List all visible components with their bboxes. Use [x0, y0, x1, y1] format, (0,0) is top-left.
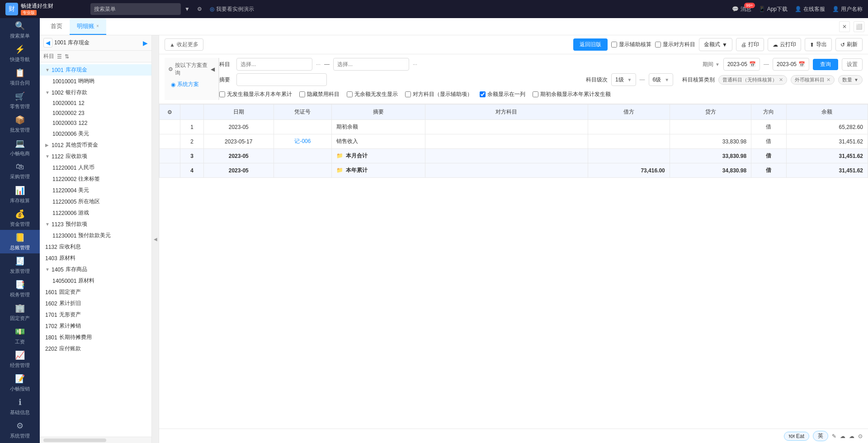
show-opposite-check[interactable]: 显示对方科目: [655, 41, 695, 48]
sidebar-item-quicknav[interactable]: ⚡ 快捷导航: [0, 42, 40, 65]
tree-item-1012[interactable]: ▶ 1012 其他货币资金: [40, 139, 151, 151]
scheme-collapse-icon[interactable]: ◀: [211, 66, 215, 72]
check-opposite[interactable]: 对方科目（显示辅助项）: [405, 91, 472, 98]
tree-item-1702[interactable]: 1702 累计摊销: [40, 320, 151, 332]
tree-item-14050001[interactable]: 14050001 原材料: [40, 275, 151, 286]
tree-scrollbar[interactable]: [43, 438, 106, 442]
notify-btn[interactable]: 💬 消息 99+: [732, 5, 751, 13]
tab-maximize-btn[interactable]: ⬜: [854, 21, 864, 32]
tree-item-1405[interactable]: ▼ 1405 库存商品: [40, 264, 151, 275]
tree-item-10020006[interactable]: 10020006 美元: [40, 128, 151, 139]
tree-item-11220006[interactable]: 11220006 游戏: [40, 207, 151, 219]
sidebar-item-purchase[interactable]: 🛍 采购管理: [0, 159, 40, 183]
tree-item-1801[interactable]: 1801 长期待摊费用: [40, 332, 151, 343]
subject-input[interactable]: [236, 58, 312, 71]
scheme-gear-icon[interactable]: ⚙: [168, 66, 173, 72]
online-service-btn[interactable]: 👤 在线客服: [795, 5, 825, 13]
check-no-period-balance[interactable]: 期初余额显示本年累计发生额: [533, 91, 611, 98]
eat-btn[interactable]: 🍽 Eat: [784, 432, 809, 441]
sidebar-item-tax[interactable]: 📑 税务管理: [0, 277, 40, 300]
period-dropdown-icon[interactable]: ▼: [715, 62, 720, 67]
sidebar-item-system[interactable]: ⚙ 系统管理: [0, 418, 40, 442]
settings-icon[interactable]: ⚙: [193, 3, 206, 15]
tree-item-10020003[interactable]: 10020003 122: [40, 118, 151, 128]
lang-btn[interactable]: 英: [813, 431, 828, 441]
sort-icon[interactable]: ⇅: [65, 53, 69, 60]
sidebar-item-project[interactable]: 📋 项目合同: [0, 65, 40, 89]
sidebar-item-mgmt[interactable]: 📈 经营管理: [0, 348, 40, 371]
user-info[interactable]: 👤 用户名称: [832, 5, 863, 13]
tree-item-1123[interactable]: ▼ 1123 预付款项: [40, 219, 151, 230]
sidebar-item-finance[interactable]: 💰 资金管理: [0, 206, 40, 230]
sidebar-item-assets[interactable]: 🏢 固定资产: [0, 300, 40, 324]
show-aux-calc-checkbox[interactable]: [611, 42, 617, 48]
sidebar-item-expense[interactable]: 📝 小畅报销: [0, 371, 40, 395]
check-hide-forbidden-input[interactable]: [299, 91, 305, 97]
tree-item-1403[interactable]: 1403 原材料: [40, 252, 151, 264]
demo-link[interactable]: ◎ 我要看实例演示: [210, 5, 254, 13]
refresh-btn[interactable]: ↺ 刷新: [835, 38, 863, 51]
tree-item-11230001[interactable]: 11230001 预付款款美元: [40, 230, 151, 241]
back-to-old-btn[interactable]: 返回旧版: [573, 38, 608, 51]
tree-item-1132[interactable]: 1132 应收利息: [40, 241, 151, 252]
cloud-icon[interactable]: ☁: [840, 433, 845, 439]
sidebar-item-salary[interactable]: 💵 工资: [0, 324, 40, 348]
calc-tag-1-close[interactable]: ✕: [779, 77, 783, 83]
cloud-print-btn[interactable]: ☁ 云打印: [768, 38, 801, 51]
tree-item-1001[interactable]: ▼ 1001 库存现金: [40, 64, 151, 76]
tab-ledger-detail[interactable]: 明细账 ×: [70, 19, 106, 35]
check-no-period-balance-input[interactable]: [533, 91, 538, 97]
voucher-link-2[interactable]: 记-006: [294, 138, 311, 144]
check-balance-col[interactable]: 余额显示在一列: [480, 91, 525, 98]
tab-close-icon[interactable]: ×: [96, 24, 99, 29]
tree-item-1002[interactable]: ▼ 1002 银行存款: [40, 87, 151, 98]
query-btn[interactable]: 查询: [813, 59, 838, 70]
tree-item-1602[interactable]: 1602 累计折旧: [40, 298, 151, 309]
check-hide-forbidden[interactable]: 隐藏禁用科目: [299, 91, 340, 98]
check-no-occurrence-input[interactable]: [219, 91, 225, 97]
setup-btn[interactable]: 设置: [842, 58, 863, 71]
subject-end-input[interactable]: [333, 58, 409, 71]
app-download-btn[interactable]: 📱 App下载: [759, 5, 788, 13]
period-start-btn[interactable]: 2023-05 📅: [723, 58, 760, 71]
subject-end-more-icon[interactable]: ···: [413, 61, 417, 67]
check-opposite-input[interactable]: [405, 91, 411, 97]
tree-item-10020001[interactable]: 10020001 12: [40, 98, 151, 108]
top-search-bar[interactable]: 搜索菜单: [90, 3, 181, 15]
search-dropdown-icon[interactable]: ▼: [184, 6, 190, 12]
tree-item-10020002[interactable]: 10020002 23: [40, 108, 151, 118]
cell-voucher-2[interactable]: 记-006: [274, 134, 332, 149]
list-view-icon[interactable]: ☰: [57, 53, 62, 60]
sidebar-item-search[interactable]: 🔍 搜索菜单: [0, 18, 40, 42]
export-btn[interactable]: ⬆ 导出: [805, 38, 832, 51]
show-opposite-checkbox[interactable]: [655, 42, 661, 48]
check-no-balance[interactable]: 无余额无发生显示: [347, 91, 398, 98]
sidebar-item-retail[interactable]: 🛒 零售管理: [0, 89, 40, 112]
tab-home[interactable]: 首页: [43, 19, 70, 35]
tree-item-1601[interactable]: 1601 固定资产: [40, 286, 151, 298]
tree-item-11220004[interactable]: 11220004 美元: [40, 185, 151, 196]
level-start-select[interactable]: 1级 ▼: [611, 73, 636, 86]
check-balance-col-input[interactable]: [480, 91, 486, 97]
sidebar-item-ledger[interactable]: 📒 总账管理: [0, 230, 40, 253]
summary-input[interactable]: [236, 73, 327, 86]
v-collapse-btn[interactable]: ◀: [152, 35, 159, 443]
circle-icon[interactable]: ⊙: [858, 433, 863, 439]
cloud2-icon[interactable]: ☁: [849, 433, 854, 439]
tree-item-11220005[interactable]: 11220005 所在地区: [40, 196, 151, 207]
level-end-select[interactable]: 6级 ▼: [649, 73, 674, 86]
scheme-option-system[interactable]: ◉ 系统方案: [168, 79, 215, 90]
tree-item-1701[interactable]: 1701 无形资产: [40, 309, 151, 320]
period-end-btn[interactable]: 2023-05 📅: [773, 58, 809, 71]
tree-item-11220001[interactable]: 11220001 人民币: [40, 162, 151, 173]
calc-tag-2-close[interactable]: ✕: [826, 77, 830, 83]
subject-more-icon[interactable]: ···: [316, 61, 321, 67]
sidebar-item-inventory[interactable]: 📊 库存核算: [0, 183, 40, 206]
amount-style-btn[interactable]: 金额式 ▼: [699, 38, 732, 51]
calc-tag-3-dropdown[interactable]: ▼: [854, 77, 859, 82]
sidebar-item-invoice[interactable]: 🧾 发票管理: [0, 253, 40, 277]
expand-more-btn[interactable]: ▲ 收起更多: [165, 38, 203, 51]
check-no-occurrence[interactable]: 无发生额显示本月本年累计: [219, 91, 292, 98]
col-gear[interactable]: ⚙: [160, 105, 180, 120]
edit-icon[interactable]: ✎: [832, 433, 836, 439]
